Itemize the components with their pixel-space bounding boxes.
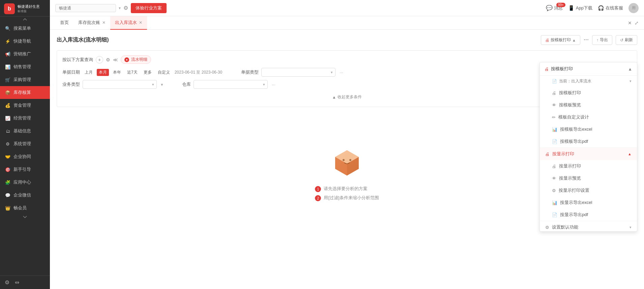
tab-close-in-out-flow[interactable]: ✕ [139,20,142,25]
set-default-chevron[interactable]: ▾ [630,225,632,230]
display-print-settings-item[interactable]: ⚙ 按显示打印设置 [540,184,637,196]
search-icon: 🔍 [5,25,11,31]
display-print-section-chevron[interactable]: ▲ [628,152,632,156]
tab-in-out-flow[interactable]: 出入库流水 ✕ [110,16,147,30]
sidebar-item-cooperation[interactable]: 🤝 企业协同 [0,150,50,163]
cooperation-icon: 🤝 [5,154,11,160]
close-window-icon[interactable]: ✕ [628,20,632,26]
warehouse-select[interactable] [194,80,268,89]
filter-collapse-icon[interactable]: ≪ [113,57,118,62]
template-print-item[interactable]: 🖨 按模板打印 [540,87,637,99]
user-avatar[interactable]: 用 [628,3,639,13]
messages-badge: 99+ [556,3,565,7]
actions-more-icon[interactable]: ··· [584,36,589,44]
sidebar-bottom: ⚙ ⇔ [0,275,50,289]
filter-add-btn[interactable]: + [96,56,103,63]
export-btn[interactable]: ↑ 导出 [592,35,612,45]
tab-inventory-batch[interactable]: 库存批次账 ✕ [74,16,110,30]
sidebar-scroll-up[interactable] [0,17,50,22]
header-gear-icon[interactable]: ⚙ [123,5,128,11]
sidebar-item-operations[interactable]: 📈 经营管理 [0,112,50,125]
date-options: 上月 本月 本年 近7天 更多 自定义 [83,69,172,76]
messages-action[interactable]: 💬 消息 99+ [546,5,563,11]
sidebar-item-wechat[interactable]: 💬 企业微信 [0,189,50,202]
date-opt-more[interactable]: 更多 [142,69,154,76]
sidebar-item-marketing[interactable]: 📢 营销推广 [0,48,50,60]
sidebar-item-basic[interactable]: 🗂 基础信息 [0,125,50,137]
trial-btn[interactable]: 体验行业方案 [131,3,167,13]
filter-tag-remove-icon[interactable]: ● [124,57,129,62]
doc-type-select[interactable] [261,68,335,77]
sidebar-item-member[interactable]: 👑 畅会员 [0,202,50,214]
current-template-chevron[interactable]: ▾ [630,79,632,83]
display-print-icon: 🖨 [552,164,556,169]
page-title-row: 出入库流水(流水明细) 🖨 按模板打印 ▲ ··· ↑ 导出 ↺ 刷新 [57,35,637,45]
sidebar-item-system[interactable]: ⚙ 系统管理 [0,137,50,150]
biz-type-field: 业务类型 ▾ [62,80,163,89]
content-wrapper: 出入库流水(流水明细) 🖨 按模板打印 ▲ ··· ↑ 导出 ↺ 刷新 [50,30,644,289]
sidebar-scroll-down[interactable] [0,214,50,220]
sidebar-item-search[interactable]: 🔍 搜索菜单 [0,22,50,35]
customer-service-action[interactable]: 🎧 在线客服 [598,5,623,11]
date-opt-this-month[interactable]: 本月 [97,69,109,76]
template-print-btn[interactable]: 🖨 按模板打印 ▲ [541,35,580,45]
set-default-item[interactable]: ⚙ 设置默认功能 ▾ [540,221,637,231]
basic-icon: 🗂 [5,128,11,134]
sidebar-logo: b 畅捷通好生意 标准版 [0,0,50,17]
display-export-pdf-item[interactable]: 📄 按显示导出pdf [540,209,637,221]
date-opt-custom[interactable]: 自定义 [156,69,172,76]
messages-icon: 💬 [546,5,553,11]
quick-nav-icon: ⚡ [5,38,11,44]
display-pdf-icon: 📄 [552,212,557,217]
filter-gear-icon[interactable]: ⚙ [106,57,110,62]
panel-collapse-icon[interactable]: ▲ [628,67,632,72]
expand-window-icon[interactable]: ⤢ [635,20,639,26]
doc-type-field: 单据类型 ··· [241,68,343,77]
display-print-item[interactable]: 🖨 按显示打印 [540,160,637,172]
doc-type-more-icon[interactable]: ··· [340,70,343,75]
refresh-btn[interactable]: ↺ 刷新 [616,35,637,45]
tab-home[interactable]: 首页 [55,16,74,30]
sidebar-item-guide[interactable]: 🎯 新手引导 [0,163,50,176]
date-opt-last-month[interactable]: 上月 [83,69,95,76]
sidebar-item-finance[interactable]: 💰 资金管理 [0,99,50,112]
settings-icon[interactable]: ⚙ [5,279,9,286]
template-preview-item[interactable]: 👁 按模板预览 [540,99,637,111]
date-field-label: 单据日期 [62,69,80,75]
breadcrumb-dropdown-icon[interactable]: ▾ [119,6,121,10]
printer-panel-icon: 🖨 [545,67,549,72]
sidebar-item-sales[interactable]: 📊 销售管理 [0,60,50,73]
main-area: ▾ ⚙ 体验行业方案 💬 消息 99+ 📱 App下载 🎧 在线客服 用 首页 [50,0,644,289]
breadcrumb-input[interactable] [55,4,116,12]
display-print-section-header[interactable]: 🖨 按显示打印 ▲ [540,148,637,160]
display-preview-item[interactable]: 👁 按显示预览 [540,172,637,184]
page-title: 出入库流水(流水明细) [57,36,109,44]
biz-type-select[interactable] [83,80,157,89]
empty-step-1: 1 请先选择要分析的方案 [315,186,379,192]
app-logo-icon: b [4,3,15,14]
template-export-pdf-item[interactable]: 📄 按模板导出pdf [540,135,637,148]
template-custom-item[interactable]: ✏ 模板自定义设计 [540,111,637,123]
tabs-right-actions: ✕ ⤢ [628,20,639,26]
date-opt-this-year[interactable]: 本年 [111,69,123,76]
template-preview-icon: 👁 [552,103,556,108]
display-export-excel-item[interactable]: 📊 按显示导出excel [540,196,637,209]
app-download-icon: 📱 [568,5,575,11]
display-print-section: 🖨 按显示打印 👁 按显示预览 ⚙ 按显示打印设置 📊 按显示导出excel [540,160,637,221]
template-export-excel-item[interactable]: 📊 按模板导出excel [540,123,637,135]
sidebar-item-inventory[interactable]: 📦 库存核算 [0,86,50,99]
tab-close-inventory-batch[interactable]: ✕ [102,20,106,25]
tabs-bar: 首页 库存批次账 ✕ 出入库流水 ✕ ✕ ⤢ [50,16,644,30]
excel-icon: 📊 [552,127,557,132]
date-range-display: 2023-06-01 至 2023-06-30 [175,70,222,75]
sidebar-item-purchase[interactable]: 🛒 采购管理 [0,73,50,86]
warehouse-more-icon[interactable]: ··· [272,82,275,87]
app-download-action[interactable]: 📱 App下载 [568,5,592,11]
biz-type-chevron-icon[interactable]: ▾ [161,82,163,87]
filter-tag-flow[interactable]: ● 流水明细 [121,55,151,64]
sidebar-item-apps[interactable]: 🧩 应用中心 [0,176,50,189]
date-opt-7days[interactable]: 近7天 [125,69,140,76]
display-excel-icon: 📊 [552,200,557,205]
sidebar-item-quick-nav[interactable]: ⚡ 快捷导航 [0,35,50,48]
collapse-sidebar-icon[interactable]: ⇔ [15,279,19,286]
